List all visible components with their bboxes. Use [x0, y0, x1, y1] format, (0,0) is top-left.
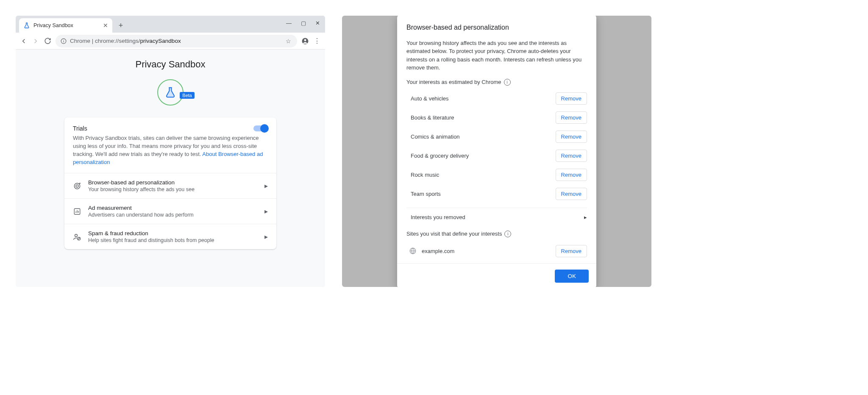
close-window-icon[interactable]: ✕ — [315, 20, 320, 26]
reload-icon[interactable] — [44, 37, 51, 45]
info-icon[interactable]: i — [504, 231, 511, 237]
remove-interest-button[interactable]: Remove — [556, 111, 587, 124]
interest-row: Team sportsRemove — [411, 184, 587, 203]
forward-icon — [32, 37, 39, 45]
row-spam-fraud[interactable]: Spam & fraud reduction Help sites fight … — [64, 224, 276, 249]
maximize-icon[interactable]: ▢ — [301, 20, 306, 26]
remove-interest-button[interactable]: Remove — [556, 150, 587, 162]
interest-label: Comics & animation — [411, 134, 460, 140]
ad-personalization-dialog: Browser-based ad personalization Your br… — [397, 16, 596, 287]
svg-point-8 — [75, 234, 78, 237]
interest-row: Auto & vehiclesRemove — [411, 89, 587, 108]
new-tab-button[interactable]: + — [115, 19, 127, 31]
site-info-icon[interactable] — [61, 38, 67, 44]
info-icon[interactable]: i — [504, 79, 511, 86]
row-subtitle: Help sites fight fraud and distinguish b… — [88, 237, 258, 243]
back-icon[interactable] — [20, 37, 28, 45]
target-icon — [73, 182, 81, 190]
chevron-right-icon: ▸ — [584, 214, 587, 220]
dialog-footer: OK — [397, 263, 596, 287]
window-controls: — ▢ ✕ — [286, 20, 320, 26]
bar-chart-icon — [73, 207, 81, 216]
chevron-right-icon: ▸ — [264, 182, 268, 190]
browser-tab[interactable]: Privacy Sandbox ✕ — [19, 18, 112, 33]
chevron-right-icon: ▸ — [264, 233, 268, 241]
dialog-description: Your browsing history affects the ads yo… — [406, 39, 587, 72]
interest-label: Food & grocery delivery — [411, 153, 469, 159]
ok-button[interactable]: OK — [555, 270, 589, 283]
dialog-backdrop: Browser-based ad personalization Your br… — [342, 16, 651, 287]
row-title: Ad measurement — [88, 205, 258, 211]
remove-interest-button[interactable]: Remove — [556, 188, 587, 200]
remove-interest-button[interactable]: Remove — [556, 169, 587, 181]
row-ad-measurement[interactable]: Ad measurement Advertisers can understan… — [64, 198, 276, 224]
removed-heading: Interests you removed — [411, 214, 465, 220]
interest-label: Team sports — [411, 191, 441, 197]
interest-label: Rock music — [411, 172, 439, 178]
settings-page: Privacy Sandbox Beta Trials With Privacy… — [16, 50, 325, 287]
tab-title: Privacy Sandbox — [33, 22, 73, 28]
interests-removed-row[interactable]: Interests you removed ▸ — [406, 208, 587, 228]
trials-description: With Privacy Sandbox trials, sites can d… — [73, 134, 268, 166]
interest-row: Comics & animationRemove — [411, 127, 587, 146]
svg-rect-2 — [63, 41, 64, 42]
interest-list: Auto & vehiclesRemoveBooks & literatureR… — [406, 89, 587, 203]
interest-row: Rock musicRemove — [411, 165, 587, 184]
beta-badge: Beta — [180, 92, 195, 99]
flask-beta-badge: Beta — [157, 79, 184, 106]
page-title: Privacy Sandbox — [16, 59, 325, 70]
site-domain: example.com — [422, 248, 551, 254]
trials-card: Trials With Privacy Sandbox trials, site… — [64, 117, 276, 249]
row-ad-personalization[interactable]: Browser-based ad personalization Your br… — [64, 173, 276, 198]
browser-window: Privacy Sandbox ✕ + — ▢ ✕ Chrome | chrom… — [16, 16, 325, 287]
svg-point-6 — [76, 185, 78, 187]
row-subtitle: Advertisers can understand how ads perfo… — [88, 212, 258, 218]
remove-interest-button[interactable]: Remove — [556, 92, 587, 105]
dialog-title: Browser-based ad personalization — [406, 24, 587, 31]
sites-heading: Sites you visit that define your interes… — [406, 231, 587, 237]
interest-label: Books & literature — [411, 114, 454, 121]
row-title: Spam & fraud reduction — [88, 230, 258, 236]
user-block-icon — [73, 233, 81, 241]
row-title: Browser-based ad personalization — [88, 179, 258, 186]
profile-icon[interactable] — [301, 37, 309, 45]
trials-label: Trials — [73, 125, 87, 132]
svg-point-1 — [63, 39, 64, 40]
address-bar[interactable]: Chrome | chrome://settings/privacySandbo… — [56, 35, 297, 47]
tab-strip: Privacy Sandbox ✕ + — [16, 16, 325, 33]
chevron-right-icon: ▸ — [264, 207, 268, 215]
row-subtitle: Your browsing history affects the ads yo… — [88, 186, 258, 192]
menu-icon[interactable]: ⋮ — [313, 37, 321, 45]
interest-row: Food & grocery deliveryRemove — [411, 146, 587, 165]
interests-heading: Your interests as estimated by Chrome i — [406, 79, 587, 86]
remove-site-button[interactable]: Remove — [556, 245, 587, 257]
close-tab-icon[interactable]: ✕ — [103, 22, 108, 29]
minimize-icon[interactable]: — — [286, 20, 292, 26]
trials-toggle[interactable] — [253, 125, 268, 131]
globe-icon — [409, 247, 417, 255]
interest-row: Books & literatureRemove — [411, 108, 587, 127]
site-row: example.com Remove — [406, 241, 587, 263]
interest-label: Auto & vehicles — [411, 95, 449, 102]
browser-toolbar: Chrome | chrome://settings/privacySandbo… — [16, 33, 325, 50]
svg-point-4 — [304, 39, 306, 41]
url-text: Chrome | chrome://settings/privacySandbo… — [70, 38, 181, 44]
remove-interest-button[interactable]: Remove — [556, 131, 587, 143]
star-icon[interactable]: ☆ — [284, 37, 292, 45]
flask-icon — [23, 22, 30, 29]
hero-illustration: Beta — [16, 79, 325, 106]
